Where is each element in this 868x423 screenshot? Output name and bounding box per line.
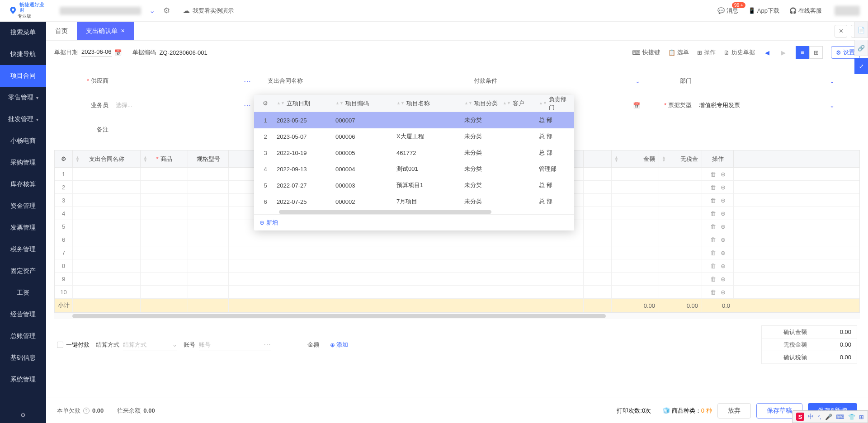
tab-0[interactable]: 首页 — [46, 22, 77, 40]
row-delete-icon[interactable]: 🗑 — [710, 236, 716, 243]
demo-link[interactable]: ☁ 我要看实例演示 — [183, 6, 234, 15]
account-select[interactable]: 账号⋯ — [199, 338, 271, 351]
supplier-picker-icon[interactable]: ⋯ — [241, 77, 254, 85]
row-delete-icon[interactable]: 🗑 — [710, 171, 716, 178]
sidebar-item-10[interactable]: 税务管理 — [0, 239, 46, 260]
row-copy-icon[interactable]: ⊕ — [721, 249, 726, 256]
pay-terms-chevron-icon[interactable]: ⌄ — [632, 78, 643, 85]
invoice-chevron-icon[interactable]: ⌄ — [827, 102, 837, 109]
row-copy-icon[interactable]: ⊕ — [721, 276, 726, 282]
operator-input[interactable]: 选择... — [114, 99, 241, 112]
row-delete-icon[interactable]: 🗑 — [710, 197, 716, 204]
select-doc-link[interactable]: 📋 选单 — [668, 48, 689, 56]
help-icon[interactable]: ? — [83, 408, 90, 414]
history-prev[interactable]: ◀ — [763, 49, 771, 56]
row-copy-icon[interactable]: ⊕ — [721, 184, 726, 191]
row-delete-icon[interactable]: 🗑 — [710, 184, 716, 191]
calendar-icon[interactable]: 📅 — [114, 49, 122, 56]
row-delete-icon[interactable]: 🗑 — [710, 276, 716, 282]
operator-picker-icon[interactable]: ⋯ — [241, 101, 254, 110]
row-delete-icon[interactable]: 🗑 — [710, 263, 716, 269]
row-delete-icon[interactable]: 🗑 — [710, 210, 716, 217]
ime-s-icon[interactable]: S — [796, 413, 804, 421]
row-copy-icon[interactable]: ⊕ — [721, 210, 726, 217]
dept-input[interactable] — [697, 74, 827, 88]
due-date-calendar-icon[interactable]: 📅 — [630, 102, 643, 109]
popup-row[interactable]: 32022-10-19000005461772未分类总 部 — [254, 145, 574, 161]
doc-date-value[interactable]: 2023-06-06 — [81, 48, 112, 56]
popup-row[interactable]: 52022-07-27000003预算项目1未分类总 部 — [254, 177, 574, 193]
table-row[interactable]: 7🗑⊕ — [55, 246, 859, 259]
sidebar-item-3[interactable]: 零售管理▾ — [0, 87, 46, 108]
sidebar-item-2[interactable]: 项目合同 — [0, 65, 46, 87]
supplier-input[interactable] — [114, 74, 241, 88]
popup-add-new[interactable]: ⊕ 新增 — [259, 219, 278, 227]
invoice-type-input[interactable]: 增值税专用发票 — [697, 99, 827, 112]
rail-btn-3[interactable]: ⤢ — [854, 58, 868, 74]
row-copy-icon[interactable]: ⊕ — [721, 289, 726, 296]
rail-btn-1[interactable]: 📄 — [854, 22, 868, 38]
row-copy-icon[interactable]: ⊕ — [721, 171, 726, 178]
row-delete-icon[interactable]: 🗑 — [710, 289, 716, 296]
operation-link[interactable]: ⊞ 操作 — [697, 48, 716, 56]
pay-method-select[interactable]: 结算方式⌄ — [123, 338, 177, 351]
table-row[interactable]: 9🗑⊕ — [55, 273, 859, 286]
sidebar-item-6[interactable]: 采购管理 — [0, 152, 46, 174]
ime-keyboard-icon[interactable]: ⌨ — [836, 414, 844, 420]
sidebar-item-11[interactable]: 固定资产 — [0, 260, 46, 282]
sidebar-item-0[interactable]: 搜索菜单 — [0, 22, 46, 43]
row-copy-icon[interactable]: ⊕ — [721, 223, 726, 230]
sidebar-item-16[interactable]: 系统管理 — [0, 369, 46, 390]
row-delete-icon[interactable]: 🗑 — [710, 249, 716, 256]
row-copy-icon[interactable]: ⊕ — [721, 263, 726, 269]
rail-btn-2[interactable]: 🔗 — [854, 40, 868, 56]
table-row[interactable]: 8🗑⊕ — [55, 259, 859, 273]
ime-tool-icon[interactable]: ⊞ — [859, 414, 864, 420]
history-link[interactable]: 🗎 历史单据 — [724, 48, 755, 56]
add-payment-link[interactable]: ⊕ 添加 — [330, 341, 348, 349]
sidebar-item-1[interactable]: 快捷导航 — [0, 43, 46, 65]
popup-scrollbar[interactable] — [254, 210, 574, 214]
ime-mic-icon[interactable]: 🎤 — [825, 414, 832, 420]
grid-scrollbar[interactable] — [54, 313, 860, 319]
one-click-checkbox[interactable] — [57, 342, 63, 348]
shortcut-link[interactable]: ⌨ 快捷键 — [632, 48, 660, 56]
sidebar-item-14[interactable]: 总账管理 — [0, 325, 46, 347]
sidebar-item-4[interactable]: 批发管理▾ — [0, 108, 46, 130]
sidebar-item-15[interactable]: 基础信息 — [0, 347, 46, 369]
sidebar-item-8[interactable]: 资金管理 — [0, 195, 46, 217]
app-download-link[interactable]: 📱 App下载 — [748, 7, 779, 15]
row-copy-icon[interactable]: ⊕ — [721, 197, 726, 204]
ime-lang[interactable]: 中 — [808, 413, 814, 421]
sidebar-item-13[interactable]: 经营管理 — [0, 304, 46, 325]
sidebar-item-12[interactable]: 工资 — [0, 282, 46, 304]
popup-row[interactable]: 42022-09-13000004测试001未分类管理部 — [254, 161, 574, 177]
row-copy-icon[interactable]: ⊕ — [721, 236, 726, 243]
tab-1[interactable]: 支出确认单✕ — [77, 22, 134, 40]
popup-row[interactable]: 12023-05-25000007未分类总 部 — [254, 112, 574, 128]
contract-name-input[interactable] — [308, 74, 448, 88]
support-link[interactable]: 🎧 在线客服 — [789, 7, 822, 15]
popup-row[interactable]: 22023-05-07000006X大厦工程未分类总 部 — [254, 128, 574, 145]
ime-skin-icon[interactable]: 👕 — [848, 414, 855, 420]
pay-terms-input[interactable] — [503, 74, 632, 88]
sidebar-settings[interactable]: ⚙ — [0, 407, 46, 423]
avatar[interactable] — [835, 6, 860, 16]
sidebar-item-5[interactable]: 小畅电商 — [0, 130, 46, 152]
table-row[interactable]: 10🗑⊕ — [55, 286, 859, 299]
dept-chevron-icon[interactable]: ⌄ — [827, 78, 837, 85]
tab-close-icon[interactable]: ✕ — [121, 28, 125, 34]
grid-gear-col[interactable]: ⚙ — [55, 150, 73, 167]
history-next[interactable]: ▶ — [779, 49, 788, 56]
sidebar-item-7[interactable]: 库存核算 — [0, 174, 46, 195]
table-row[interactable]: 6🗑⊕ — [55, 233, 859, 246]
sidebar-item-9[interactable]: 发票管理 — [0, 217, 46, 239]
company-switcher[interactable]: ⌄ — [60, 6, 155, 15]
discard-button[interactable]: 放弃 — [717, 403, 751, 418]
ime-punct[interactable]: °, — [817, 414, 821, 420]
row-delete-icon[interactable]: 🗑 — [710, 223, 716, 230]
tab-close-all[interactable]: ✕ — [835, 25, 847, 38]
popup-gear-icon[interactable]: ⚙ — [254, 100, 277, 107]
messages-link[interactable]: 💬 消息 99 + — [717, 7, 738, 15]
popup-row[interactable]: 62022-07-250000027月项目未分类总 部 — [254, 193, 574, 210]
